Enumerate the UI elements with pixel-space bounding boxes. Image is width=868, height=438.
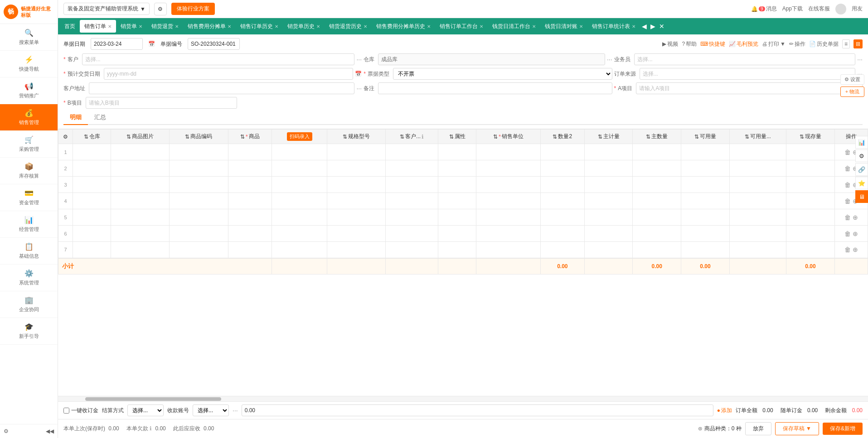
- view-mode-list[interactable]: ≡: [842, 39, 850, 48]
- notification-area[interactable]: 🔔 9 消息: [751, 5, 777, 13]
- row-4-customer-ref[interactable]: [386, 193, 438, 209]
- notes-input[interactable]: [378, 82, 612, 94]
- row-3-available-2[interactable]: [729, 177, 786, 193]
- payment-method-select[interactable]: 选择...: [127, 404, 164, 416]
- row-2-warehouse[interactable]: [73, 160, 111, 177]
- tab-menu-button[interactable]: ✕: [657, 23, 666, 30]
- row-7-spec-type[interactable]: [327, 242, 385, 258]
- row-2-attribute[interactable]: [438, 160, 476, 177]
- row-3-main-unit[interactable]: [584, 177, 633, 193]
- tab-expense-split[interactable]: 销售费用分摊单 ✕: [183, 20, 236, 33]
- quick-order-checkbox[interactable]: [63, 408, 69, 414]
- row-3-warehouse[interactable]: [73, 177, 111, 193]
- row-1-delete-icon[interactable]: 🗑: [844, 149, 851, 156]
- row-6-attribute[interactable]: [438, 226, 476, 242]
- row-1-qty2[interactable]: [540, 144, 584, 160]
- address-ellipsis[interactable]: ···: [356, 85, 362, 92]
- row-2-main-qty[interactable]: [633, 160, 681, 177]
- tab-cash-workbench-close[interactable]: ✕: [532, 24, 536, 29]
- warehouse-input[interactable]: [378, 53, 605, 65]
- row-2-qty2[interactable]: [540, 160, 584, 177]
- tab-order-stats[interactable]: 销售订单统计表 ✕: [587, 20, 640, 33]
- table-container[interactable]: ⚙ ⇅仓库 ⇅商品图片 ⇅商品编码 ⇅*商品: [58, 129, 868, 396]
- scan-input-button[interactable]: 扫码录入: [287, 132, 312, 141]
- row-5-sales-unit[interactable]: [476, 209, 541, 226]
- receipt-account-select[interactable]: 选择...: [193, 404, 229, 416]
- salesperson-ellipsis[interactable]: ···: [857, 56, 863, 63]
- add-button[interactable]: ● 添加: [717, 407, 732, 414]
- row-4-qty2[interactable]: [540, 193, 584, 209]
- row-3-qty2[interactable]: [540, 177, 584, 193]
- right-panel-btn-4[interactable]: ⭐: [855, 177, 868, 189]
- row-4-available-qty[interactable]: [681, 193, 730, 209]
- row-5-current-stock[interactable]: [786, 209, 835, 226]
- row-2-product-code[interactable]: [170, 160, 228, 177]
- row-4-product-code[interactable]: [170, 193, 228, 209]
- sidebar-item-guide[interactable]: 🎓 新手引导: [0, 318, 58, 345]
- tab-sales-return[interactable]: 销货单 ✕: [116, 20, 147, 33]
- topbar-settings-button[interactable]: ⚙: [154, 3, 167, 15]
- sidebar-item-purchase[interactable]: 🛒 采购管理: [0, 131, 58, 158]
- sidebar-item-sales[interactable]: 💰 销售管理: [0, 104, 58, 131]
- tab-prev-button[interactable]: ◀: [640, 23, 649, 30]
- tab-cash-reconcile[interactable]: 钱货日清对账 ✕: [540, 20, 587, 33]
- row-2-delete-icon[interactable]: 🗑: [844, 165, 851, 172]
- row-6-main-unit[interactable]: [584, 226, 633, 242]
- row-1-main-unit[interactable]: [584, 144, 633, 160]
- row-1-sales-unit[interactable]: [476, 144, 541, 160]
- calendar-icon[interactable]: 📅: [148, 41, 155, 47]
- row-4-sales-unit[interactable]: [476, 193, 541, 209]
- row-3-customer-ref[interactable]: [386, 177, 438, 193]
- row-3-sales-unit[interactable]: [476, 177, 541, 193]
- warehouse-ellipsis[interactable]: ···: [607, 56, 612, 63]
- row-1-available-2[interactable]: [729, 144, 786, 160]
- sidebar-item-search[interactable]: 🔍 搜索菜单: [0, 24, 58, 51]
- row-3-product-code[interactable]: [170, 177, 228, 193]
- add-logistics-button[interactable]: + 物流: [840, 87, 864, 97]
- row-5-qty2[interactable]: [540, 209, 584, 226]
- tab-return-history[interactable]: 销货单历史 ✕: [283, 20, 325, 33]
- amount-input[interactable]: [242, 404, 713, 416]
- row-7-customer-ref[interactable]: [386, 242, 438, 258]
- row-7-main-unit[interactable]: [584, 242, 633, 258]
- row-6-customer-ref[interactable]: [386, 226, 438, 242]
- row-3-delete-icon[interactable]: 🗑: [844, 181, 851, 188]
- tab-home[interactable]: 首页: [60, 20, 80, 33]
- row-4-current-stock[interactable]: [786, 193, 835, 209]
- row-6-delete-icon[interactable]: 🗑: [844, 230, 851, 237]
- delivery-date-input[interactable]: [104, 68, 353, 80]
- view-btn[interactable]: ▶ 视频: [662, 40, 678, 48]
- row-6-available-2[interactable]: [729, 226, 786, 242]
- view-mode-card[interactable]: ⊞: [853, 39, 863, 48]
- right-panel-btn-2[interactable]: ⚙: [855, 149, 868, 162]
- customer-ellipsis[interactable]: ···: [356, 56, 362, 63]
- right-panel-btn-3[interactable]: 🔗: [855, 163, 868, 176]
- row-5-delete-icon[interactable]: 🗑: [844, 214, 851, 221]
- tab-refund-history-close[interactable]: ✕: [364, 24, 367, 29]
- row-7-available-2[interactable]: [729, 242, 786, 258]
- row-7-product-code[interactable]: [170, 242, 228, 258]
- sidebar-settings-icon[interactable]: ⚙: [4, 428, 9, 434]
- quick-order-checkbox-label[interactable]: 一键收订金: [63, 407, 98, 414]
- tab-next-button[interactable]: ▶: [649, 23, 657, 30]
- customer-address-input[interactable]: [89, 82, 354, 94]
- row-7-sales-unit[interactable]: [476, 242, 541, 258]
- invoice-type-select[interactable]: 不开票 增值税专用发票 增值税普通发票: [393, 68, 612, 80]
- row-6-main-qty[interactable]: [633, 226, 681, 242]
- row-4-attribute[interactable]: [438, 193, 476, 209]
- row-3-attribute[interactable]: [438, 177, 476, 193]
- row-6-available-qty[interactable]: [681, 226, 730, 242]
- row-1-spec-type[interactable]: [327, 144, 385, 160]
- save-new-button[interactable]: 保存&新增: [823, 423, 863, 435]
- tab-order-history-close[interactable]: ✕: [275, 24, 278, 29]
- row-4-main-unit[interactable]: [584, 193, 633, 209]
- row-7-warehouse[interactable]: [73, 242, 111, 258]
- order-source-input[interactable]: [640, 68, 856, 80]
- row-6-product-code[interactable]: [170, 226, 228, 242]
- right-panel-btn-1[interactable]: 📊: [855, 136, 868, 149]
- sidebar-item-system[interactable]: ⚙️ 系统管理: [0, 265, 58, 291]
- sidebar-item-enterprise[interactable]: 🏢 企业协同: [0, 291, 58, 318]
- row-2-sales-unit[interactable]: [476, 160, 541, 177]
- tab-order-workbench[interactable]: 销售订单工作台 ✕: [435, 20, 488, 33]
- project-b-input[interactable]: [86, 97, 237, 109]
